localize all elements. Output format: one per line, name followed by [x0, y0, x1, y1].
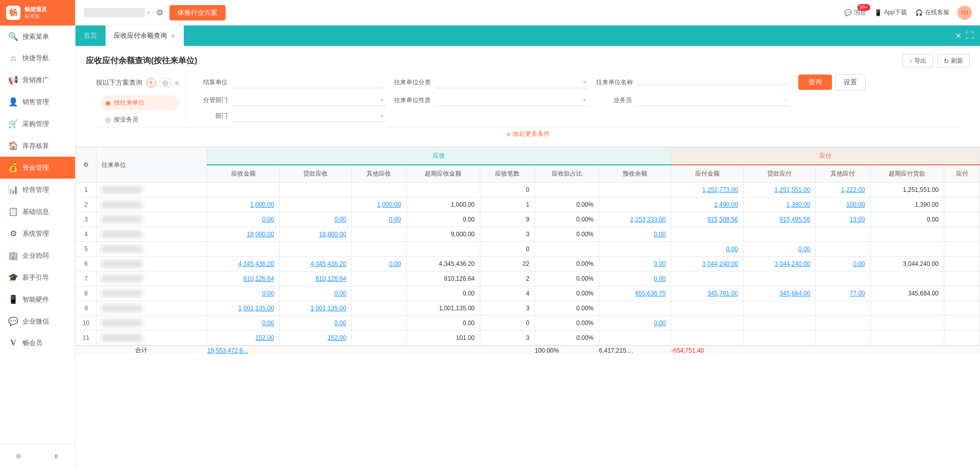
row-ap-loan: 345,684.00: [743, 286, 815, 301]
footer-ar-ratio: 100.00%: [535, 346, 599, 355]
sidebar-item-system[interactable]: ⚙ 系统管理: [0, 223, 75, 244]
header-right: 💬 消息 99+ 📱 App下载 🎧 在线客服 Rit: [844, 6, 972, 20]
filter-add-btn[interactable]: +: [146, 78, 156, 87]
sidebar-settings-btn[interactable]: ⚙: [10, 449, 28, 464]
query-button[interactable]: 查询: [798, 75, 832, 90]
salesperson-more-icon[interactable]: ···: [783, 96, 788, 104]
row-ap: 0.00: [671, 242, 743, 257]
partner-nature-input[interactable]: ▾: [435, 94, 588, 106]
export-button[interactable]: ↑ 导出: [902, 54, 933, 68]
sidebar-item-basic[interactable]: 📋 基础信息: [0, 201, 75, 223]
sidebar-item-inventory[interactable]: 🏠 库存核算: [0, 135, 75, 157]
tab-ar-query-label: 应收应付余额查询: [114, 31, 167, 40]
refresh-button[interactable]: ↻ 刷新: [937, 54, 970, 68]
row-ar: 18,000.00: [207, 227, 279, 242]
close-window-icon[interactable]: ✕: [955, 31, 962, 41]
dept-manager-input[interactable]: ▾: [232, 94, 386, 106]
sidebar-item-hardware[interactable]: 📱 智能硬件: [0, 288, 75, 310]
tab-home[interactable]: 首页: [76, 26, 106, 46]
collapse-more-btn[interactable]: ∧ 收起更多条件: [96, 127, 960, 140]
table-row: 3 0.00 0.00 0.00 0.00 9 0.00% 2,153,333.…: [76, 212, 980, 227]
tab-home-label: 首页: [84, 31, 97, 40]
partner-category-input[interactable]: ▾: [435, 77, 588, 88]
dept-manager-chevron-icon: ▾: [381, 96, 384, 104]
col-group-ap: 应付: [671, 147, 980, 165]
row-ar-overdue: 0.00: [406, 316, 480, 331]
app-label: App下载: [884, 8, 907, 17]
row-prepay: 655,636.75: [599, 286, 671, 301]
sidebar-item-search[interactable]: 🔍 搜索菜单: [0, 26, 75, 47]
table-header-col-row: 应收金额 贷款应收 其他应收 超期应收金额 应收笔数 应收款占比 预收余额 应付…: [76, 165, 980, 183]
row-ap-overdue: [870, 316, 944, 331]
filter-row-2: 分管部门 ▾ 往来单位性质 ▾ 业务员: [192, 94, 960, 106]
breadcrumb-chevron-icon: ▾: [147, 9, 150, 16]
row-prepay: 2,153,333.00: [599, 212, 671, 227]
partner-name-input[interactable]: [637, 80, 790, 85]
expand-icon[interactable]: ⛶: [966, 31, 974, 40]
row-ar-loan: 810,126.64: [279, 272, 351, 286]
footer-ap-extra: [944, 346, 980, 355]
col-settings-icon[interactable]: ⚙: [76, 147, 96, 183]
page-title: 应收应付余额查询(按往来单位): [86, 56, 198, 66]
guide-icon: 🎓: [8, 273, 18, 282]
corp-icon: 🏢: [8, 251, 18, 260]
row-ap-extra: [944, 183, 980, 198]
footer-ar-other: [352, 346, 406, 355]
row-ar-count: 3: [480, 331, 535, 346]
logo-text: 畅捷通灵 标准版: [24, 6, 47, 20]
row-ar: 0.00: [207, 286, 279, 301]
sidebar-item-finance[interactable]: 💰 资金管理: [0, 157, 75, 179]
filter-dept: 部门 ▾: [192, 110, 386, 122]
row-ar-loan: [279, 183, 351, 198]
filter-option-partner[interactable]: ◉ 按往来单位: [100, 95, 179, 110]
row-ap-other: [816, 242, 870, 257]
sidebar-item-purchase[interactable]: 🛒 采购管理: [0, 113, 75, 135]
settings-button[interactable]: 设置: [835, 74, 866, 90]
row-ap-loan: 915,495.56: [743, 212, 815, 227]
header-gear-icon[interactable]: ⚙: [156, 8, 163, 17]
table-row: 6 4,345,436.20 4,345,436.20 0.00 4,345,4…: [76, 257, 980, 272]
service-label: 在线客服: [925, 8, 949, 17]
dept-input[interactable]: ▾: [232, 110, 386, 122]
row-partner-name: [96, 272, 207, 286]
salesperson-input[interactable]: ···: [636, 94, 790, 106]
logo-icon: 畅: [6, 6, 20, 20]
row-prepay: 0.00: [599, 227, 671, 242]
col-ap-extra: 应付: [944, 165, 980, 183]
tab-close-icon[interactable]: ×: [171, 32, 175, 40]
message-btn[interactable]: 💬 消息 99+: [844, 8, 866, 17]
row-ar-overdue: 1,001,135.00: [406, 301, 480, 316]
footer-ar-overdue: [406, 346, 480, 355]
online-service-btn[interactable]: 🎧 在线客服: [915, 8, 949, 17]
table-row: 1 0 1,252,773.00 1,251,551.00 1,222.00 1…: [76, 183, 980, 198]
row-ar-other: 1,000.00: [352, 198, 406, 212]
collapse-icon: ∧: [506, 131, 511, 138]
table-header-group-row: ⚙ 往来单位 应收 应付: [76, 147, 980, 165]
row-ap-other: 1,222.00: [816, 183, 870, 198]
row-ap-loan: [743, 316, 815, 331]
solution-button[interactable]: 体验行业方案: [169, 5, 226, 20]
sidebar-item-sales[interactable]: 👤 销售管理: [0, 91, 75, 113]
user-menu[interactable]: Rit: [958, 6, 972, 20]
filter-row-3: 部门 ▾: [192, 110, 960, 122]
sidebar-item-member[interactable]: V 畅会员: [0, 332, 75, 354]
sidebar-item-guide[interactable]: 🎓 新手引导: [0, 266, 75, 288]
sidebar-item-quick[interactable]: ⌂ 快捷导航: [0, 47, 75, 69]
filter-collapse-btn[interactable]: «: [175, 79, 179, 87]
row-no: 5: [76, 242, 96, 257]
app-download-btn[interactable]: 📱 App下载: [874, 8, 907, 17]
sidebar-item-marketing[interactable]: 📢 营销推广: [0, 69, 75, 91]
sidebar-collapse-btn[interactable]: ⏸: [47, 449, 65, 464]
settlement-unit-input[interactable]: ···: [232, 77, 386, 88]
header: ▾ ⚙ 体验行业方案 💬 消息 99+ 📱 App下载 🎧 在线客服 Rit: [76, 0, 980, 26]
settlement-more-icon[interactable]: ···: [379, 79, 384, 86]
sidebar-item-wechat[interactable]: 💬 企业微信: [0, 310, 75, 332]
filter-option-salesperson[interactable]: ◎ 按业务员: [100, 112, 179, 127]
row-ap-loan: [743, 272, 815, 286]
sidebar-item-operation[interactable]: 📊 经营管理: [0, 179, 75, 201]
row-ap-loan: 1,390.00: [743, 198, 815, 212]
filter-target-btn[interactable]: ◎: [160, 78, 171, 87]
col-ar-loan: 贷款应收: [279, 165, 351, 183]
sidebar-item-corp[interactable]: 🏢 企业协同: [0, 244, 75, 266]
tab-ar-query[interactable]: 应收应付余额查询 ×: [106, 26, 184, 46]
